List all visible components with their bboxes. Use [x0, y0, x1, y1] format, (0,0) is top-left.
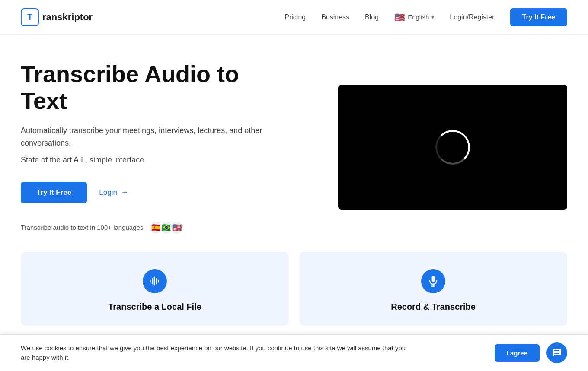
- hero-actions: Try It Free Login →: [21, 182, 280, 203]
- feature-card-record[interactable]: Record & Transcribe: [299, 252, 567, 326]
- feature-title-local-file: Transcribe a Local File: [108, 302, 201, 312]
- microphone-icon: [427, 275, 439, 287]
- svg-rect-2: [154, 276, 155, 285]
- flag-icon: 🇺🇸: [394, 12, 405, 22]
- hero-title: Transcribe Audio to Text: [21, 60, 280, 114]
- hero-login-link[interactable]: Login →: [99, 188, 128, 197]
- waveform-icon: [149, 275, 161, 287]
- languages-row: Transcribe audio to text in 100+ languag…: [21, 221, 280, 235]
- nav-try-free-button[interactable]: Try It Free: [510, 8, 567, 26]
- chat-support-button[interactable]: [546, 342, 567, 343]
- svg-rect-5: [432, 276, 435, 282]
- loading-spinner: [435, 130, 470, 165]
- chevron-down-icon: ▾: [431, 14, 434, 20]
- hero-video[interactable]: [338, 85, 567, 210]
- nav-pricing[interactable]: Pricing: [284, 13, 306, 21]
- svg-rect-3: [156, 278, 157, 284]
- login-label: Login: [99, 188, 117, 197]
- nav-blog[interactable]: Blog: [365, 13, 379, 21]
- cookie-actions: I agree: [495, 342, 567, 343]
- nav-business[interactable]: Business: [321, 13, 349, 21]
- hero-try-free-button[interactable]: Try It Free: [21, 182, 87, 203]
- arrow-right-icon: →: [121, 188, 128, 197]
- svg-rect-4: [158, 279, 159, 282]
- navbar: T ranskriptor Pricing Business Blog 🇺🇸 E…: [0, 0, 588, 35]
- nav-links: Pricing Business Blog 🇺🇸 English ▾ Login…: [284, 8, 567, 26]
- logo-icon: T: [21, 8, 39, 26]
- language-selector[interactable]: 🇺🇸 English ▾: [394, 12, 434, 22]
- feature-card-local-file[interactable]: Transcribe a Local File: [21, 252, 289, 326]
- hero-content: Transcribe Audio to Text Automatically t…: [21, 60, 280, 235]
- logo-link[interactable]: T ranskriptor: [21, 8, 93, 26]
- nav-login-register[interactable]: Login/Register: [450, 13, 494, 21]
- svg-rect-1: [152, 278, 153, 284]
- languages-text: Transcribe audio to text in 100+ languag…: [21, 224, 143, 231]
- waveform-icon-circle: [143, 269, 167, 293]
- feature-section: Transcribe a Local File Record & Transcr…: [0, 252, 588, 343]
- language-label: English: [408, 13, 429, 21]
- hero-section: Transcribe Audio to Text Automatically t…: [0, 35, 588, 252]
- hero-subtitle2: State of the art A.I., simple interface: [21, 154, 280, 166]
- feature-title-record: Record & Transcribe: [391, 302, 476, 312]
- svg-rect-0: [150, 279, 150, 282]
- logo-text: ranskriptor: [42, 12, 93, 23]
- cookie-banner: We use cookies to ensure that we give yo…: [0, 334, 588, 343]
- hero-subtitle: Automatically transcribe your meetings, …: [21, 124, 280, 149]
- microphone-icon-circle: [421, 269, 445, 293]
- flag-icons: 🇪🇸 🇧🇷 🇺🇸: [149, 221, 184, 235]
- flag-usa: 🇺🇸: [170, 221, 184, 235]
